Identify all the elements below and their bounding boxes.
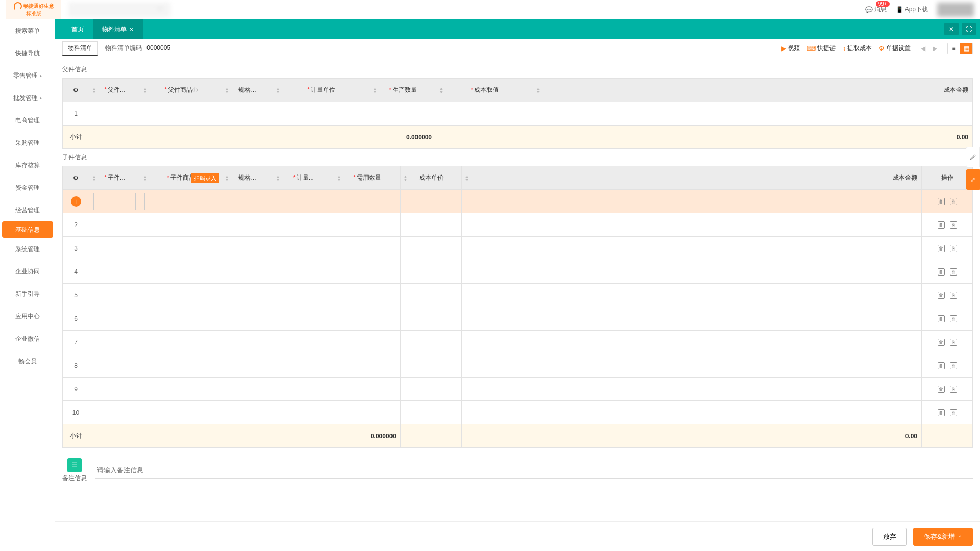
table-row[interactable]: 2🗑⎘ <box>63 213 973 237</box>
scan-button[interactable]: 扫码录入 <box>191 173 219 183</box>
copy-row-icon[interactable]: ⎘ <box>950 386 957 393</box>
table-row[interactable]: 4🗑⎘ <box>63 260 973 284</box>
hotkey-link[interactable]: ⌨快捷键 <box>807 44 836 53</box>
sidebar-item[interactable]: 快捷导航 <box>0 42 55 64</box>
product-input[interactable] <box>144 193 217 210</box>
brand-edition: 标准版 <box>26 10 41 17</box>
sidebar-item[interactable]: 经营管理 <box>0 199 55 221</box>
table-row[interactable]: 6🗑⎘ <box>63 307 973 331</box>
attach-button[interactable]: 🖉 <box>966 147 980 167</box>
copy-row-icon[interactable]: ⎘ <box>950 221 957 229</box>
sort-icon[interactable]: ▲▼ <box>92 87 96 94</box>
delete-row-icon[interactable]: 🗑 <box>938 245 945 252</box>
table-row[interactable]: 1 <box>63 102 973 126</box>
table-row[interactable]: 7🗑⎘ <box>63 331 973 354</box>
sort-icon[interactable]: ▲▼ <box>536 87 540 94</box>
gear-icon[interactable]: ⚙ <box>73 174 79 182</box>
delete-row-icon[interactable]: 🗑 <box>938 315 945 322</box>
copy-row-icon[interactable]: ⎘ <box>950 409 957 416</box>
code-input[interactable] <box>93 193 136 210</box>
app-download-link[interactable]: 📱 App下载 <box>896 5 928 14</box>
sidebar-item[interactable]: 批发管理▸ <box>0 87 55 109</box>
sort-icon[interactable]: ▲▼ <box>143 174 147 182</box>
sidebar-item[interactable]: 采购管理 <box>0 132 55 154</box>
delete-row-icon[interactable]: 🗑 <box>938 409 945 416</box>
tab-close-all[interactable]: ✕ <box>944 23 959 35</box>
view-list[interactable]: ≡ <box>948 43 960 54</box>
next-doc[interactable]: ▶ <box>929 44 940 53</box>
sort-icon[interactable]: ▲▼ <box>373 87 377 94</box>
discard-button[interactable]: 放弃 <box>872 528 907 546</box>
doc-setting-link[interactable]: ⚙单据设置 <box>879 44 911 53</box>
copy-row-icon[interactable]: ⎘ <box>950 245 957 252</box>
close-icon[interactable]: × <box>130 26 134 33</box>
remark-input[interactable] <box>95 462 973 479</box>
table-row[interactable]: +🗑⎘ <box>63 190 973 213</box>
messages-link[interactable]: 💬 消息 99+ <box>865 5 887 14</box>
tab-expand[interactable]: ⛶ <box>962 23 976 35</box>
tab-home[interactable]: 首页 <box>62 19 93 39</box>
copy-row-icon[interactable]: ⎘ <box>950 362 957 369</box>
delete-row-icon[interactable]: 🗑 <box>938 292 945 299</box>
tab-bom[interactable]: 物料清单 × <box>93 19 143 39</box>
doc-type-tab[interactable]: 物料清单 <box>62 41 98 56</box>
add-row-icon[interactable]: + <box>71 196 81 207</box>
copy-row-icon[interactable]: ⎘ <box>950 339 957 346</box>
view-form[interactable]: ▦ <box>960 43 972 54</box>
help-icon[interactable]: ⓘ <box>192 87 198 93</box>
subtotal-row: 小计0.0000000.00 <box>63 424 973 448</box>
org-selector[interactable]: ﹀ <box>68 2 170 17</box>
table-row[interactable]: 10🗑⎘ <box>63 401 973 424</box>
video-link[interactable]: ▶视频 <box>781 44 800 53</box>
delete-row-icon[interactable]: 🗑 <box>938 198 945 205</box>
extract-cost-link[interactable]: ↕提取成本 <box>843 44 872 53</box>
sidebar-item[interactable]: 系统管理 <box>0 238 55 260</box>
app-label: App下载 <box>905 5 928 14</box>
sort-icon[interactable]: ▲▼ <box>225 87 229 94</box>
copy-row-icon[interactable]: ⎘ <box>950 198 957 205</box>
table-row[interactable]: 8🗑⎘ <box>63 354 973 378</box>
sidebar-item[interactable]: 企业微信 <box>0 328 55 350</box>
sidebar-item[interactable]: 零售管理▸ <box>0 64 55 87</box>
sort-icon[interactable]: ▲▼ <box>225 174 229 182</box>
delete-row-icon[interactable]: 🗑 <box>938 221 945 229</box>
sidebar-item[interactable]: 新手引导 <box>0 283 55 305</box>
copy-row-icon[interactable]: ⎘ <box>950 315 957 322</box>
delete-row-icon[interactable]: 🗑 <box>938 339 945 346</box>
subtotal-row: 小计 0.000000 0.00 <box>63 126 973 149</box>
sidebar-item[interactable]: 基础信息 <box>2 221 53 238</box>
gear-icon[interactable]: ⚙ <box>73 87 79 94</box>
save-button[interactable]: 保存&新增⌃ <box>913 528 973 546</box>
table-row[interactable]: 5🗑⎘ <box>63 284 973 307</box>
avatar[interactable] <box>937 3 974 17</box>
expand-button[interactable]: ⤢ <box>966 169 980 190</box>
prev-doc[interactable]: ◀ <box>918 44 928 53</box>
sort-icon[interactable]: ▲▼ <box>143 87 147 94</box>
sidebar-item[interactable]: 库存核算 <box>0 154 55 177</box>
delete-row-icon[interactable]: 🗑 <box>938 268 945 276</box>
brand-name: 畅捷通好生意 <box>23 3 54 10</box>
doc-code-value: 0000005 <box>146 44 170 52</box>
sidebar-item[interactable]: 资金管理 <box>0 177 55 199</box>
view-toggle: ≡ ▦ <box>947 43 973 54</box>
sidebar-item[interactable]: 应用中心 <box>0 305 55 328</box>
delete-row-icon[interactable]: 🗑 <box>938 386 945 393</box>
sort-icon[interactable]: ▲▼ <box>465 174 469 182</box>
sort-icon[interactable]: ▲▼ <box>439 87 443 94</box>
child-tbody: +🗑⎘2🗑⎘3🗑⎘4🗑⎘5🗑⎘6🗑⎘7🗑⎘8🗑⎘9🗑⎘10🗑⎘小计0.00000… <box>63 190 973 448</box>
copy-row-icon[interactable]: ⎘ <box>950 268 957 276</box>
sort-icon[interactable]: ▲▼ <box>404 174 407 182</box>
delete-row-icon[interactable]: 🗑 <box>938 362 945 369</box>
table-row[interactable]: 9🗑⎘ <box>63 378 973 401</box>
sidebar-item[interactable]: 企业协同 <box>0 260 55 283</box>
sort-icon[interactable]: ▲▼ <box>92 174 96 182</box>
table-row[interactable]: 3🗑⎘ <box>63 237 973 260</box>
sidebar-item[interactable]: 畅会员 <box>0 350 55 372</box>
copy-row-icon[interactable]: ⎘ <box>950 292 957 299</box>
sidebar-item[interactable]: 搜索菜单 <box>0 19 55 42</box>
sort-icon[interactable]: ▲▼ <box>337 174 341 182</box>
sort-icon[interactable]: ▲▼ <box>276 87 280 94</box>
sidebar-item[interactable]: 电商管理 <box>0 109 55 132</box>
sort-icon[interactable]: ▲▼ <box>276 174 280 182</box>
tabs-bar: 首页 物料清单 × ✕ ⛶ <box>55 19 980 39</box>
